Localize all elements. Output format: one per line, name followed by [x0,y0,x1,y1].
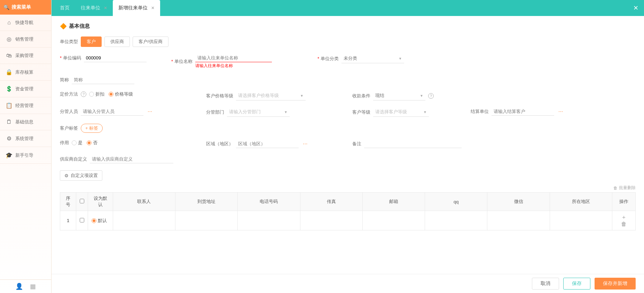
main-close-btn[interactable]: ✕ [633,4,638,12]
col-qq: qq [425,193,487,211]
tab-partner[interactable]: 往来单位 ✕ [75,0,113,16]
radio-price-level[interactable]: 价格等级 [109,91,133,97]
btn-supplier[interactable]: 供应商 [104,36,130,47]
sales-icon: ◎ [6,36,13,42]
row-unit-code-name: 单位编码 单位名称 请输入往来单位名称 单位分类 未分类 ▼ [60,54,636,69]
manager-input[interactable] [81,107,143,116]
address-input[interactable] [179,218,234,223]
purchase-icon: 🛍 [6,52,13,59]
radio-discount[interactable]: 折扣 [89,91,104,97]
section-basic-info: 🔶 基本信息 [60,23,636,30]
bar-icon[interactable]: ▦ [30,283,36,290]
tab-new-partner[interactable]: 新增往来单位 ✕ [113,0,160,16]
form-footer: 取消 保存 保存并新增 [52,274,644,293]
tab-new-partner-close[interactable]: ✕ [151,6,155,10]
pricing-group: 定价方法 ? 折扣 价格等级 [60,91,192,97]
add-tag-btn[interactable]: + 标签 [81,124,103,133]
custom-settings-btn[interactable]: ⚙ 自定义项设置 [60,170,102,181]
finance-icon: 💲 [6,86,13,92]
department-select[interactable]: 请输入分管部门 ▼ [227,107,290,117]
sidebar-item-guide[interactable]: 🎓 新手引导 [0,147,51,164]
remark-label: 备注 [352,141,361,147]
customer-level-group: 客户等级 请选择客户等级 ▼ [352,107,450,117]
customer-level-select[interactable]: 请选择客户等级 ▼ [373,107,429,117]
supplier-custom-input[interactable] [90,155,173,163]
col-contact: 联系人 [113,193,175,211]
inventory-icon: 🔒 [6,69,13,75]
cell-fax [300,211,362,230]
row-unit-type: 单位类型 客户 供应商 客户/供应商 [60,36,636,47]
unit-code-input[interactable] [84,54,147,62]
default-radio-circle [92,218,96,223]
tab-home[interactable]: 首页 [54,0,75,16]
radio-yes[interactable]: 是 [72,140,83,146]
supplier-custom-group: 供应商自定义 [60,155,192,163]
disabled-radio-group: 是 否 [72,140,97,146]
unit-type-label: 单位类型 [60,39,78,45]
row-supplier-custom: 供应商自定义 [60,155,636,163]
tab-bar: 首页 往来单位 ✕ 新增往来单位 ✕ ✕ [52,0,644,16]
sidebar: 🔍 搜索菜单 ⌂ 快捷导航 ◎ 销售管理 🛍 采购管理 🔒 库存核算 💲 资金管… [0,0,52,293]
wechat-input[interactable] [491,218,546,223]
radio-no[interactable]: 否 [87,140,97,146]
settle-unit-group: 结算单位 ··· [471,107,603,116]
remark-input[interactable] [364,140,462,148]
chevron-down-icon2: ▼ [300,94,304,98]
sidebar-item-quick-nav[interactable]: ⌂ 快捷导航 [0,15,51,31]
contact-table: 序号 设为默认 联系人 到货地址 电话号码 传真 邮箱 qq 微信 所在地区 操… [60,192,636,230]
settle-unit-label: 结算单位 [471,108,489,115]
cell-contact [113,211,175,230]
customer-price-select[interactable]: 请选择客户价格等级 ▼ [236,91,306,100]
sidebar-item-basic-info[interactable]: 🗒 基础信息 [0,114,51,130]
btn-both[interactable]: 客户/供应商 [133,36,168,47]
table-region-input[interactable] [553,218,608,223]
sidebar-item-operations[interactable]: 📋 经营管理 [0,97,51,114]
supplier-custom-label: 供应商自定义 [60,156,87,162]
save-button[interactable]: 保存 [563,278,590,290]
email-input[interactable] [366,218,421,223]
default-radio[interactable]: 默认 [92,218,109,224]
user-icon[interactable]: 👤 [15,283,23,290]
abbr-input[interactable] [72,76,134,84]
payment-terms-select[interactable]: 现结 ▼ [373,91,425,100]
cell-action: ＋ 🗑 [612,211,635,230]
payment-help-icon[interactable]: ? [428,93,434,99]
col-wechat: 微信 [487,193,550,211]
sidebar-item-inventory[interactable]: 🔒 库存核算 [0,64,51,81]
manager-more-btn[interactable]: ··· [148,108,152,115]
pricing-help-icon[interactable]: ? [81,91,86,97]
operations-icon: 📋 [6,102,13,109]
batch-delete-btn[interactable]: 🗑 批量删除 [613,185,636,191]
phone-input[interactable] [241,218,296,223]
settle-unit-input[interactable] [492,107,554,116]
btn-customer[interactable]: 客户 [81,36,102,47]
disabled-label: 停用 [60,140,69,146]
tab-partner-close[interactable]: ✕ [104,6,107,10]
cell-email [362,211,425,230]
add-row-btn[interactable]: ＋ [621,214,627,220]
chevron-down-icon5: ▼ [423,110,427,114]
fax-input[interactable] [304,218,359,223]
save-new-button[interactable]: 保存并新增 [595,278,636,290]
search-menu[interactable]: 🔍 搜索菜单 [0,0,51,15]
cell-phone [238,211,300,230]
sidebar-item-sales[interactable]: ◎ 销售管理 [0,31,51,48]
sidebar-item-purchase[interactable]: 🛍 采购管理 [0,48,51,64]
delete-icon: 🗑 [613,186,618,190]
row-checkbox[interactable] [80,218,84,222]
sidebar-item-system[interactable]: ⚙ 系统管理 [0,130,51,147]
radio-yes-circle [72,140,77,145]
unit-category-select[interactable]: 未分类 ▼ [341,54,404,63]
unit-name-input[interactable] [195,54,272,62]
sidebar-item-finance[interactable]: 💲 资金管理 [0,81,51,97]
main-area: 首页 往来单位 ✕ 新增往来单位 ✕ ✕ 🔶 基本信息 单位类型 客户 供应商 … [52,0,644,293]
contact-input[interactable] [117,218,172,223]
select-all-checkbox[interactable] [80,199,84,203]
delete-row-btn[interactable]: 🗑 [621,221,627,227]
cancel-button[interactable]: 取消 [532,278,559,290]
settle-unit-more-btn[interactable]: ··· [558,108,563,115]
qq-input[interactable] [429,218,484,223]
unit-name-wrap: 请输入往来单位名称 [195,54,272,69]
region-more-btn[interactable]: ··· [303,141,307,147]
region-input[interactable] [236,140,299,148]
